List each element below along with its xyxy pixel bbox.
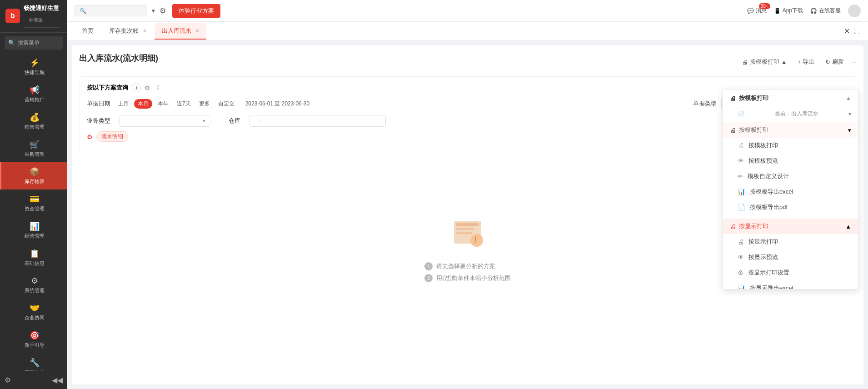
logo-area: b 畅捷通好生意 标准版	[0, 0, 67, 33]
print-dropdown-panel: 🖨 按模板打印 ▲ 📄 当前：出入库流水 ▾	[723, 89, 859, 289]
marketing-icon: 📢	[30, 85, 40, 95]
online-service-btn[interactable]: 🎧 在线客服	[810, 7, 841, 15]
topbar-dropdown-arrow[interactable]: ▾	[152, 7, 155, 14]
active-filter-icon: ⚙	[87, 133, 93, 140]
quicknav-icon: ⚡	[30, 58, 40, 68]
empty-icon: !	[445, 209, 490, 255]
message-icon: 💬	[747, 8, 754, 14]
message-btn[interactable]: 💬 消息 99+	[747, 7, 767, 15]
logo-icon: b	[5, 9, 20, 23]
date-tab-custom[interactable]: 自定义	[215, 99, 237, 109]
filter-tags: ⚙ 流水明细	[87, 131, 128, 142]
biz-type-label: 业务类型	[87, 117, 110, 125]
basic-icon: 📋	[30, 249, 40, 259]
sidebar-settings-button[interactable]: ⚙	[5, 376, 11, 384]
biz-type-select[interactable]: ▾	[120, 115, 210, 127]
sidebar-item-operations[interactable]: 📊 经营管理	[0, 217, 67, 244]
warehouse-more-icon: ···	[257, 118, 262, 124]
sidebar-item-collab[interactable]: 🤝 企业协同	[0, 299, 67, 326]
pdf-icon: 📄	[738, 204, 745, 211]
tab-batch-account[interactable]: 库存批次账 ×	[102, 23, 154, 40]
panel-header: 🖨 按模板打印 ▲	[723, 90, 858, 107]
avatar-image	[848, 5, 861, 17]
add-filter-btn[interactable]: +	[132, 83, 141, 92]
sidebar-item-appcenter[interactable]: 🔧 应用中心	[0, 353, 67, 371]
date-tab-this-month[interactable]: 本月	[134, 99, 152, 109]
panel-item-display-print[interactable]: 🖨 按显示打印	[723, 234, 858, 249]
tab-maximize-btn[interactable]: ⛶	[853, 27, 861, 35]
page-content: 出入库流水(流水明细) 🖨 按模板打印 ▲ ↑ 导出 ↻	[67, 41, 868, 389]
date-tab-7days[interactable]: 近7天	[174, 99, 194, 109]
sidebar-nav: ⚡ 快捷导航 📢 营销推广 💰 销售管理 🛒 采购管理 📦 库存核算 💳	[0, 53, 67, 371]
empty-step-2: 2 用[过滤]条件来缩小分析范围	[424, 274, 510, 282]
topbar-gear-icon[interactable]: ⚙	[160, 6, 166, 15]
print-template-btn[interactable]: 🖨 按模板打印 ▲	[738, 56, 791, 68]
sidebar-item-inventory[interactable]: 📦 库存核算	[0, 162, 67, 190]
appcenter-icon: 🔧	[30, 358, 40, 368]
panel-item-template-pdf[interactable]: 📄 按模板导出pdf	[723, 199, 858, 215]
tab-close-flow[interactable]: ×	[196, 28, 199, 34]
page-title: 出入库流水(流水明细)	[79, 53, 158, 64]
sidebar-item-finance[interactable]: 💳 资金管理	[0, 190, 67, 217]
display-section-icon: 🖨	[730, 223, 736, 230]
template-section-header[interactable]: 🖨 按模板打印 ▾	[723, 122, 858, 138]
tab-window-controls: ✕ ⛶	[844, 27, 861, 35]
sidebar-item-system[interactable]: ⚙ 系统管理	[0, 271, 67, 299]
panel-display-section: 🖨 按显示打印 ▲ 🖨 按显示打印 👁 按显	[723, 217, 858, 289]
panel-template-section: 🖨 按模板打印 ▾ 🖨 按模板打印 👁 按模	[723, 120, 858, 217]
refresh-icon: ↻	[825, 59, 830, 65]
svg-text:!: !	[474, 236, 476, 244]
sidebar-item-marketing[interactable]: 📢 营销推广	[0, 80, 67, 108]
date-tabs: 上月 本月 本年 近7天 更多 自定义	[115, 99, 237, 109]
panel-item-display-excel[interactable]: 📊 按显示导出excel	[723, 280, 858, 289]
filter-collapse-btn[interactable]: 《	[154, 84, 160, 92]
tab-close-window-btn[interactable]: ✕	[844, 27, 850, 35]
display-excel-icon: 📊	[738, 284, 745, 289]
empty-step-1: 1 请先选择要分析的方案	[424, 262, 510, 270]
sidebar-footer: ⚙ ◀◀	[0, 371, 67, 389]
date-tab-last-month[interactable]: 上月	[115, 99, 131, 109]
panel-item-template-excel[interactable]: 📊 按模板导出excel	[723, 184, 858, 199]
sidebar-collapse-button[interactable]: ◀◀	[52, 376, 63, 384]
panel-item-display-settings[interactable]: ⚙ 按显示打印设置	[723, 265, 858, 280]
sales-icon: 💰	[30, 112, 40, 122]
sidebar-item-quicknav[interactable]: ⚡ 快捷导航	[0, 53, 67, 80]
printer-small-icon: 🖨	[738, 142, 744, 149]
refresh-btn[interactable]: ↻ 刷新	[822, 56, 848, 68]
printer-icon: 🖨	[742, 59, 748, 65]
search-icon: 🔍	[8, 40, 15, 46]
tab-home[interactable]: 首页	[75, 23, 101, 40]
sidebar-item-sales[interactable]: 💰 销售管理	[0, 108, 67, 135]
panel-item-template-print[interactable]: 🖨 按模板打印	[723, 138, 858, 153]
topbar-right: 💬 消息 99+ 📱 App下载 🎧 在线客服	[747, 5, 861, 17]
panel-item-template-design[interactable]: ✏ 模板自定义设计	[723, 169, 858, 184]
panel-item-template-preview[interactable]: 👁 按模板预览	[723, 153, 858, 169]
export-btn[interactable]: ↑ 导出	[794, 56, 818, 68]
page-inner: 出入库流水(流水明细) 🖨 按模板打印 ▲ ↑ 导出 ↻	[72, 45, 863, 384]
sidebar-item-guide[interactable]: 🎯 新手引导	[0, 326, 67, 353]
panel-item-display-preview[interactable]: 👁 按显示预览	[723, 249, 858, 265]
panel-collapse-icon[interactable]: ▲	[846, 95, 851, 101]
filter-tag-item: 流水明细	[96, 131, 128, 142]
tab-inventory-flow[interactable]: 出入库流水 ×	[155, 23, 206, 40]
warehouse-select[interactable]: ···	[249, 115, 386, 127]
filter-settings-btn[interactable]: ⚙	[145, 85, 150, 91]
biz-arrow: ▾	[203, 118, 205, 124]
topbar-search-icon: 🔍	[80, 8, 86, 14]
date-tab-this-year[interactable]: 本年	[155, 99, 171, 109]
filter-label: 按以下方案查询	[87, 84, 128, 92]
date-tab-more[interactable]: 更多	[196, 99, 213, 109]
search-menu-button[interactable]: 🔍 搜索菜单	[5, 36, 63, 50]
main-area: 🔍 ▾ ⚙ 体验行业方案 💬 消息 99+ 📱 App下载 🎧 在线客服	[67, 0, 868, 389]
display-section-header[interactable]: 🖨 按显示打印 ▲	[723, 219, 858, 234]
purchase-icon: 🛒	[30, 140, 40, 150]
sidebar-item-basic[interactable]: 📋 基础信息	[0, 244, 67, 271]
sidebar-search-area: 🔍 搜索菜单	[0, 33, 67, 53]
tab-close-batch[interactable]: ×	[143, 28, 146, 34]
user-avatar[interactable]	[848, 5, 861, 17]
doc-type-label: 单据类型	[693, 100, 717, 108]
trial-btn[interactable]: 体验行业方案	[172, 4, 220, 18]
app-download-btn[interactable]: 📱 App下载	[774, 7, 803, 15]
display-settings-icon: ⚙	[738, 269, 743, 276]
sidebar-item-purchase[interactable]: 🛒 采购管理	[0, 135, 67, 162]
